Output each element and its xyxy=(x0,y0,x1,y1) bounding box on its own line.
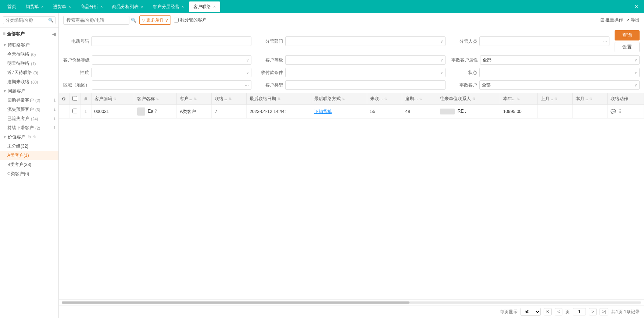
close-purchase-order[interactable]: × xyxy=(68,4,71,9)
th-last-contact-date[interactable]: 最后联络日期 ⇅ xyxy=(247,93,311,105)
page-input[interactable] xyxy=(573,308,586,315)
td-contact-count: 7 xyxy=(212,105,247,119)
sidebar-item-class-a[interactable]: A类客户(1) xyxy=(0,151,58,160)
th-customer-type[interactable]: 客户... ⇅ xyxy=(177,93,212,105)
nav-product-analysis[interactable]: 商品分析 × xyxy=(76,1,107,12)
phone-input[interactable] xyxy=(91,36,251,46)
refresh-icon[interactable]: ↻ xyxy=(28,135,31,139)
th-customer-code[interactable]: 客户编码 ⇅ xyxy=(91,93,134,105)
more-conditions-btn[interactable]: ▽ 更多条件 ∨ xyxy=(139,15,171,25)
customer-level-select[interactable]: ∨ xyxy=(285,55,446,65)
sidebar-item-churned[interactable]: 已流失客户 (24) ℹ xyxy=(0,114,58,123)
th-contact-count[interactable]: 联络... ⇅ xyxy=(212,93,247,105)
sidebar-search-input[interactable] xyxy=(3,16,56,24)
sidebar-item-overdue[interactable]: 逾期未联络 (30) xyxy=(0,77,58,86)
filter-search-input[interactable] xyxy=(63,16,129,25)
customer-type-select[interactable] xyxy=(285,80,446,90)
sidebar-all-customers-header[interactable]: ⠿ 全部客户 ◀ xyxy=(0,29,58,39)
th-checkbox[interactable] xyxy=(69,93,80,105)
th-overdue[interactable]: 逾期... ⇅ xyxy=(402,93,437,105)
close-product-analysis-list[interactable]: × xyxy=(141,4,143,9)
collapse-icon[interactable]: ◀ xyxy=(52,32,56,37)
batch-operation-btn[interactable]: ☑ 批量操作 xyxy=(600,17,623,23)
scroll-track[interactable] xyxy=(62,301,641,304)
td-actions[interactable]: 💬 ⠿ xyxy=(607,105,644,119)
settings-gear-icon[interactable]: ⚙ xyxy=(62,96,66,102)
my-customers-checkbox[interactable] xyxy=(174,18,179,22)
sort-icon-date: ⇅ xyxy=(278,97,280,101)
price-level-filter-row: 客户价格等级 ∨ xyxy=(63,55,251,65)
first-page-btn[interactable]: K xyxy=(544,308,552,315)
settings-button[interactable]: 设置 xyxy=(615,42,640,52)
person-select[interactable]: ··· xyxy=(479,36,609,46)
sidebar-item-class-c[interactable]: C类客户(6) xyxy=(0,169,58,179)
sidebar-item-declining[interactable]: 持续下滑客户 (2) ℹ xyxy=(0,123,58,132)
prev-page-btn[interactable]: < xyxy=(555,308,562,315)
th-last-month[interactable]: 上月... ⇅ xyxy=(537,93,572,105)
close-sales-order[interactable]: × xyxy=(41,4,43,9)
next-page-btn[interactable]: > xyxy=(589,308,597,315)
th-no-contact[interactable]: 未联... ⇅ xyxy=(367,93,402,105)
sidebar-item-tomorrow[interactable]: 明天待联络 (1) xyxy=(0,59,58,68)
export-btn[interactable]: ↗ 导出 xyxy=(626,17,640,23)
dept-label: 分管部门 xyxy=(257,38,283,45)
close-all-tabs[interactable]: × xyxy=(632,3,641,10)
property-select[interactable]: ∨ xyxy=(91,68,251,77)
chat-icon[interactable]: 💬 xyxy=(611,109,616,114)
sidebar-item-repurchase-anomaly[interactable]: 回购异常客户 (2) ℹ xyxy=(0,96,58,105)
region-select[interactable]: ··· xyxy=(92,80,251,90)
nav-customer-tier[interactable]: 客户分层经营 × xyxy=(149,1,188,12)
per-page-select[interactable]: 50 100 200 xyxy=(520,308,541,316)
retail-customer-select[interactable]: 全部 ∨ xyxy=(479,80,640,90)
th-last-contact-method[interactable]: 最后联络方式 ⇅ xyxy=(311,93,367,105)
horizontal-scrollbar[interactable] xyxy=(59,299,644,305)
scroll-thumb[interactable] xyxy=(62,301,409,304)
select-all-checkbox[interactable] xyxy=(72,96,77,101)
th-this-month[interactable]: 本月... ⇅ xyxy=(572,93,607,105)
payment-select[interactable]: ∨ xyxy=(285,68,446,77)
th-customer-name[interactable]: 客户名称 ⇅ xyxy=(134,93,176,105)
price-level-select[interactable]: ∨ xyxy=(92,55,251,65)
row-checkbox[interactable] xyxy=(72,109,77,113)
sidebar-item-churn-warning[interactable]: 流失预警客户 (3) ℹ xyxy=(0,105,58,114)
nav-customer-contact[interactable]: 客户联络 × xyxy=(189,1,220,12)
retail-attr-select[interactable]: 全部 ∨ xyxy=(480,55,640,65)
query-button[interactable]: 查询 xyxy=(615,30,640,40)
my-customers-checkbox-area[interactable]: 我分管的客户 xyxy=(174,17,207,23)
sidebar-item-unclassified[interactable]: 未分组(32) xyxy=(0,142,58,151)
retail-attr-filter-row: 零散客户属性 全部 ∨ xyxy=(451,55,640,65)
filter-search-icon[interactable]: 🔍 xyxy=(131,18,136,23)
th-settings[interactable]: ⚙ xyxy=(59,93,69,105)
sidebar-problem-customers-group[interactable]: ▼ 问题客户 xyxy=(0,86,58,96)
th-this-year[interactable]: 本年... ⇅ xyxy=(500,93,537,105)
close-customer-contact[interactable]: × xyxy=(213,4,215,9)
customer-type-filter-row: 客户类型 xyxy=(257,80,446,90)
more-icon[interactable]: ⠿ xyxy=(618,109,622,114)
td-checkbox[interactable] xyxy=(69,105,80,119)
nav-home[interactable]: 首页 xyxy=(3,1,21,12)
dept-select[interactable]: ∨ xyxy=(285,36,446,46)
status-select[interactable]: ∨ xyxy=(479,68,640,77)
sidebar-value-customers-group[interactable]: ▼ 价值客户 ↻ ✎ xyxy=(0,132,58,142)
td-last-month xyxy=(537,105,572,119)
status-chevron: ∨ xyxy=(634,71,637,75)
top-nav: 首页 销货单 × 进货单 × 商品分析 × 商品分析列表 × 客户分层经营 × … xyxy=(0,0,644,13)
td-last-contact-method[interactable]: 下销货单 xyxy=(311,105,367,119)
nav-purchase-order[interactable]: 进货单 × xyxy=(49,1,75,12)
sidebar-search-icon[interactable]: 🔍 xyxy=(48,18,54,23)
edit-icon[interactable]: ✎ xyxy=(33,135,36,139)
sidebar-item-class-b[interactable]: B类客户(33) xyxy=(0,160,58,169)
region-label: 区域（地区） xyxy=(63,82,90,88)
row-action-icons: 💬 ⠿ xyxy=(611,109,641,114)
close-product-analysis[interactable]: × xyxy=(100,4,103,9)
nav-product-analysis-list[interactable]: 商品分析列表 × xyxy=(108,1,147,12)
last-page-btn[interactable]: >| xyxy=(600,308,608,315)
th-contact-person[interactable]: 往来单位联系人 ⇅ xyxy=(437,93,500,105)
sidebar-pending-contact-group[interactable]: ▼ 待联络客户 xyxy=(0,40,58,50)
sidebar-item-7days[interactable]: 近7天待联络 (0) xyxy=(0,68,58,77)
region-dots: ··· xyxy=(244,82,249,88)
sort-icon-method: ⇅ xyxy=(342,97,345,101)
sidebar-item-today[interactable]: 今天待联络 (0) xyxy=(0,50,58,59)
nav-sales-order[interactable]: 销货单 × xyxy=(21,1,48,12)
close-customer-tier[interactable]: × xyxy=(182,4,184,9)
